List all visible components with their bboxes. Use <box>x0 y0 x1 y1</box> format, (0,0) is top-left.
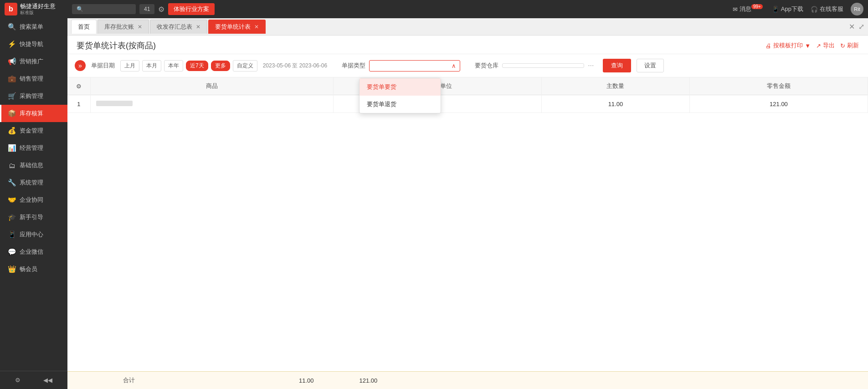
refresh-icon: ↻ <box>840 42 845 49</box>
sidebar-label-app-center: 应用中心 <box>20 230 43 239</box>
sidebar-icon-basic-info: 🗂 <box>8 162 16 169</box>
export-btn[interactable]: ↗ 导出 <box>816 41 835 50</box>
app-download-btn[interactable]: 📱 App下载 <box>772 5 803 13</box>
logo-text: 畅捷通好生意 标准版 <box>20 3 56 15</box>
sidebar-item-finance[interactable]: 💰资金管理 <box>0 122 67 139</box>
cell-qty: 11.00 <box>541 95 689 113</box>
sidebar-item-inventory[interactable]: 📦库存核算 <box>0 105 67 122</box>
sidebar-item-system[interactable]: 🔧系统管理 <box>0 174 67 191</box>
tab-home[interactable]: 首页 <box>71 20 97 34</box>
date-btn-7days[interactable]: 近7天 <box>186 61 208 71</box>
print-btn[interactable]: 🖨 按模板打印 ▼ <box>765 41 811 50</box>
message-btn[interactable]: ✉ 消息 99+ <box>733 5 765 13</box>
sidebar-label-quick-nav: 快捷导航 <box>20 40 43 48</box>
sidebar-item-member[interactable]: 👑畅会员 <box>0 261 67 278</box>
logo-main-text: 畅捷通好生意 <box>20 3 56 10</box>
sidebar-item-marketing[interactable]: 📢营销推广 <box>0 53 67 70</box>
print-chevron: ▼ <box>805 42 811 49</box>
date-btn-this-year[interactable]: 本年 <box>164 60 183 72</box>
header-settings-icon[interactable]: ⚙ <box>158 5 164 14</box>
cell-goods <box>90 95 333 113</box>
sidebar-item-basic-info[interactable]: 🗂基础信息 <box>0 157 67 174</box>
expand-icon[interactable]: ⤢ <box>858 22 864 31</box>
avatar[interactable]: Rit <box>851 3 863 15</box>
type-filter-dropdown: 要货单要货要货单退货 <box>359 78 441 113</box>
tab-close-receive-summary[interactable]: ✕ <box>196 24 200 30</box>
sidebar-icon-member: 👑 <box>8 265 16 273</box>
trial-button[interactable]: 体验行业方案 <box>168 3 215 15</box>
page-actions: 🖨 按模板打印 ▼ ↗ 导出 ↻ 刷新 <box>765 41 859 50</box>
online-service-btn[interactable]: 🎧 在线客服 <box>811 5 843 13</box>
filter-bar: » 单据日期 上月 本月 本年 近7天 更多 自定义 2023-05-06 至 … <box>67 54 868 77</box>
dropdown-item-order-goods[interactable]: 要货单要货 <box>360 78 441 96</box>
main-layout: 🔍搜索菜单⚡快捷导航📢营销推广💼销售管理🛒采购管理📦库存核算💰资金管理📊经营管理… <box>0 18 868 389</box>
tab-close-order-summary[interactable]: ✕ <box>254 24 259 30</box>
expand-icon: » <box>78 62 82 69</box>
sidebar-icon-finance: 💰 <box>8 127 16 135</box>
export-icon: ↗ <box>816 42 821 49</box>
tabs-bar: 首页库存批次账✕收发存汇总表✕要货单统计表✕ ✕ ⤢ <box>67 18 868 36</box>
content-area: 首页库存批次账✕收发存汇总表✕要货单统计表✕ ✕ ⤢ 要货单统计表(按商品) 🖨… <box>67 18 868 389</box>
date-btn-more[interactable]: 更多 <box>211 61 230 71</box>
sidebar-item-guide[interactable]: 🎓新手引导 <box>0 209 67 226</box>
top-header: b 畅捷通好生意 标准版 🔍 41 ⚙ 体验行业方案 ✉ 消息 99+ 📱 Ap… <box>0 0 868 18</box>
sidebar-item-purchase[interactable]: 🛒采购管理 <box>0 87 67 105</box>
sidebar-item-sales[interactable]: 💼销售管理 <box>0 70 67 87</box>
page-header: 要货单统计表(按商品) 🖨 按模板打印 ▼ ↗ 导出 ↻ 刷新 <box>67 36 868 54</box>
sidebar-item-operations[interactable]: 📊经营管理 <box>0 139 67 157</box>
sidebar-label-wechat: 企业微信 <box>20 248 43 256</box>
gear-icon[interactable]: ⚙ <box>76 83 82 90</box>
sidebar-icon-enterprise: 🤝 <box>8 196 16 204</box>
type-filter-select[interactable]: ∧ <box>369 60 460 72</box>
sidebar-item-wechat[interactable]: 💬企业微信 <box>0 243 67 261</box>
sidebar-collapse-btn[interactable]: ◀◀ <box>41 375 54 385</box>
sidebar-icon-search: 🔍 <box>8 23 16 31</box>
close-all-icon[interactable]: ✕ <box>849 22 855 31</box>
date-filter-group: 上月 本月 本年 近7天 更多 自定义 <box>120 60 257 72</box>
warehouse-more-btn[interactable]: ··· <box>588 61 594 70</box>
sidebar-label-system: 系统管理 <box>20 179 43 187</box>
col-gear[interactable]: ⚙ <box>67 77 90 95</box>
table-footer: 合计 11.00 121.00 <box>67 371 868 389</box>
tab-inventory-batch[interactable]: 库存批次账✕ <box>98 20 149 34</box>
tab-receive-summary[interactable]: 收发存汇总表✕ <box>150 20 207 34</box>
warehouse-select[interactable] <box>502 63 584 68</box>
date-filter-label: 单据日期 <box>91 61 115 70</box>
sidebar-label-finance: 资金管理 <box>20 127 43 135</box>
date-btn-custom[interactable]: 自定义 <box>233 60 257 72</box>
sidebar-item-app-center[interactable]: 📱应用中心 <box>0 226 67 243</box>
sidebar-label-search: 搜索菜单 <box>20 23 43 31</box>
tab-label-home: 首页 <box>78 23 90 31</box>
table-row: 1 块 11.00 121.00 <box>67 95 868 113</box>
filter-settings-btn[interactable]: 设置 <box>637 59 664 72</box>
tab-close-inventory-batch[interactable]: ✕ <box>138 24 142 30</box>
tabs-bar-right: ✕ ⤢ <box>849 22 864 31</box>
filter-expand-btn[interactable]: » <box>75 60 86 71</box>
tab-count-display[interactable]: 41 <box>139 4 154 14</box>
date-btn-prev-month[interactable]: 上月 <box>120 60 139 72</box>
sidebar-icon-guide: 🎓 <box>8 213 16 221</box>
print-label: 按模板打印 <box>773 41 803 50</box>
cell-no: 1 <box>67 95 90 113</box>
date-btn-this-month[interactable]: 本月 <box>142 60 161 72</box>
tab-label-order-summary: 要货单统计表 <box>215 23 251 31</box>
sidebar-item-search[interactable]: 🔍搜索菜单 <box>0 18 67 36</box>
table-wrapper: ⚙ 商品 主计量单位 主数量 零售金额 1 块 11.00 121.00 <box>67 77 868 371</box>
query-btn[interactable]: 查询 <box>603 59 631 72</box>
footer-amount: 121.00 <box>360 377 378 384</box>
sidebar-icon-quick-nav: ⚡ <box>8 40 16 48</box>
refresh-label: 刷新 <box>847 41 859 50</box>
sidebar-item-quick-nav[interactable]: ⚡快捷导航 <box>0 36 67 53</box>
search-input-top[interactable]: 🔍 <box>72 4 136 14</box>
sidebar-icon-purchase: 🛒 <box>8 92 16 100</box>
tab-order-summary[interactable]: 要货单统计表✕ <box>208 20 266 34</box>
sidebar-label-inventory: 库存核算 <box>20 109 43 118</box>
col-amount: 零售金额 <box>689 77 868 95</box>
tab-count-text: 41 <box>144 6 150 12</box>
sidebar-settings-btn[interactable]: ⚙ <box>13 375 22 385</box>
sidebar-item-enterprise[interactable]: 🤝企业协同 <box>0 191 67 209</box>
print-icon: 🖨 <box>765 42 771 49</box>
sidebar-bottom: ⚙ ◀◀ <box>0 371 67 389</box>
refresh-btn[interactable]: ↻ 刷新 <box>840 41 859 50</box>
dropdown-item-order-return[interactable]: 要货单退货 <box>360 96 441 113</box>
